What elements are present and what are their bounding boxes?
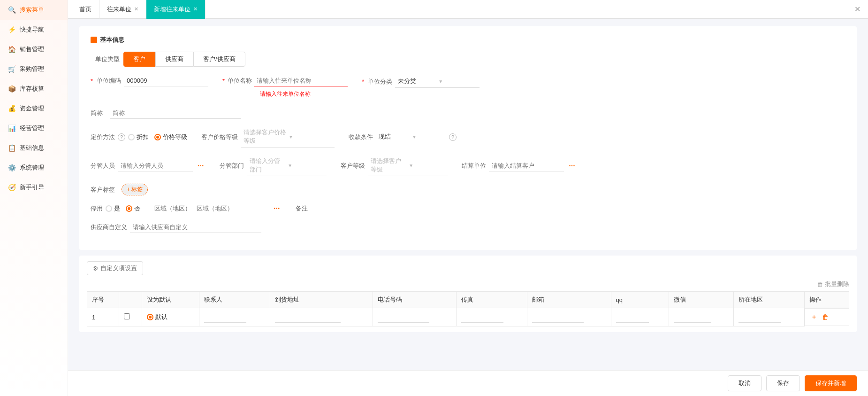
bottom-bar: 取消 保存 保存并新增	[68, 370, 868, 396]
qq-input[interactable]	[616, 311, 649, 323]
email-input[interactable]	[532, 311, 584, 323]
system-icon: ⚙️	[8, 163, 16, 172]
address-input[interactable]	[275, 311, 341, 323]
sidebar-item-basic[interactable]: 📋 基础信息	[0, 138, 68, 158]
col-fax: 传真	[457, 292, 527, 308]
tab-new-partner[interactable]: 新增往来单位 ✕	[146, 0, 206, 19]
cancel-button[interactable]: 取消	[728, 375, 761, 391]
unit-name-label: 单位名称	[228, 77, 252, 85]
sidebar-item-guide[interactable]: 🧭 新手引导	[0, 178, 68, 197]
pricing-group: 定价方法 ? 折扣 价格等级	[91, 133, 187, 141]
manager-row: 分管人员 ··· 分管部门 请输入分管部门 ▼ 客户等级 请选择客户等级 ▼	[91, 155, 845, 176]
sidebar-item-operation[interactable]: 📊 经营管理	[0, 118, 68, 138]
phone-input[interactable]	[378, 311, 429, 323]
region-input[interactable]	[194, 203, 269, 214]
contact-input[interactable]	[204, 311, 246, 323]
quick-nav-icon: ⚡	[8, 25, 16, 34]
sidebar-item-purchase[interactable]: 🛒 采购管理	[0, 59, 68, 79]
disabled-no-radio[interactable]: 否	[126, 204, 140, 213]
sidebar-item-system[interactable]: ⚙️ 系统管理	[0, 158, 68, 178]
sidebar-item-label: 系统管理	[20, 163, 44, 172]
pricing-discount-radio[interactable]: 折扣	[128, 133, 149, 141]
batch-delete-btn[interactable]: 🗑 批量删除	[817, 280, 849, 288]
col-checkbox	[119, 292, 142, 308]
disabled-region-row: 停用 是 否 区域（地区） ···	[91, 203, 845, 214]
tab-new-partner-close[interactable]: ✕	[193, 6, 198, 12]
discount-radio-circle	[128, 134, 135, 140]
cell-fax[interactable]	[457, 308, 527, 326]
cell-phone[interactable]	[373, 308, 457, 326]
sidebar-item-sales[interactable]: 🏠 销售管理	[0, 39, 68, 59]
supplier-custom-group: 供应商自定义	[91, 222, 261, 233]
cell-checkbox[interactable]	[119, 308, 142, 326]
unit-name-input[interactable]	[254, 75, 348, 86]
default-radio[interactable]: 默认	[147, 313, 194, 321]
add-tag-button[interactable]: + 标签	[122, 184, 148, 195]
sidebar-item-stock[interactable]: 📦 库存核算	[0, 79, 68, 99]
department-select[interactable]: 请输入分管部门 ▼	[247, 155, 327, 176]
disabled-yes-radio[interactable]: 是	[106, 204, 120, 213]
customer-price-level-select[interactable]: 请选择客户价格等级 ▼	[241, 126, 335, 148]
unit-category-label: 单位分类	[368, 78, 392, 86]
payment-condition-select[interactable]: 现结 ▼	[376, 131, 446, 143]
sidebar-item-label: 快捷导航	[20, 25, 44, 34]
supplier-custom-input[interactable]	[130, 222, 261, 233]
pricing-help-icon[interactable]: ?	[118, 133, 125, 141]
unit-type-both[interactable]: 客户/供应商	[193, 52, 245, 67]
save-button[interactable]: 保存	[766, 375, 800, 391]
pricing-price-level-radio[interactable]: 价格等级	[154, 133, 187, 141]
payment-help-icon[interactable]: ?	[449, 133, 457, 141]
region-more-btn[interactable]: ···	[272, 204, 282, 213]
col-qq: qq	[611, 292, 669, 308]
finance-icon: 💰	[8, 104, 16, 113]
cell-qq[interactable]	[611, 308, 669, 326]
tab-partner-close[interactable]: ✕	[134, 6, 138, 12]
settlement-more-btn[interactable]: ···	[567, 162, 577, 170]
tab-bar: 首页 往来单位 ✕ 新增往来单位 ✕ ✕	[68, 0, 868, 19]
manager-more-btn[interactable]: ···	[196, 162, 206, 170]
unit-type-customer[interactable]: 客户	[123, 52, 155, 67]
close-all-tabs[interactable]: ✕	[851, 5, 864, 14]
wechat-input[interactable]	[674, 311, 711, 323]
fax-input[interactable]	[461, 311, 503, 323]
remark-input[interactable]	[311, 203, 442, 214]
short-name-input[interactable]	[110, 108, 241, 119]
save-and-new-button[interactable]: 保存并新增	[805, 375, 857, 391]
sidebar-item-quick-nav[interactable]: ⚡ 快捷导航	[0, 20, 68, 39]
unit-code-input[interactable]	[124, 75, 208, 86]
cell-email[interactable]	[527, 308, 611, 326]
cell-address[interactable]	[270, 308, 373, 326]
unit-type-supplier[interactable]: 供应商	[155, 52, 193, 67]
guide-icon: 🧭	[8, 183, 16, 192]
manager-input[interactable]	[118, 160, 193, 171]
cell-action: ＋ 🗑	[805, 308, 849, 326]
sidebar: 🔍 搜索菜单 ⚡ 快捷导航 🏠 销售管理 🛒 采购管理 📦 库存核算 💰 资金管…	[0, 0, 68, 396]
col-phone: 电话号码	[373, 292, 457, 308]
sidebar-item-finance[interactable]: 💰 资金管理	[0, 99, 68, 118]
tab-home[interactable]: 首页	[72, 0, 99, 19]
delete-row-btn[interactable]: 🗑	[821, 312, 830, 322]
customer-level-select[interactable]: 请选择客户等级 ▼	[368, 155, 448, 176]
customize-settings-button[interactable]: ⚙ 自定义项设置	[87, 261, 143, 275]
detail-card: ⚙ 自定义项设置 🗑 批量删除 序号 设为默认 联系人 到货地址	[79, 256, 857, 332]
department-group: 分管部门 请输入分管部门 ▼	[220, 155, 327, 176]
page-content: 基本信息 单位类型 客户 供应商 客户/供应商 * 单位编码	[68, 19, 868, 370]
col-action: 操作	[804, 292, 849, 308]
tab-partner[interactable]: 往来单位 ✕	[99, 0, 146, 19]
region-group: 区域（地区） ···	[154, 203, 282, 214]
region-table-input[interactable]	[739, 311, 781, 323]
row-checkbox[interactable]	[124, 313, 130, 319]
cell-wechat[interactable]	[669, 308, 733, 326]
unit-code-group: * 单位编码	[91, 75, 208, 86]
disabled-group: 停用 是 否	[91, 204, 140, 213]
sidebar-item-label: 资金管理	[20, 104, 44, 113]
cell-contact[interactable]	[199, 308, 270, 326]
short-name-label: 简称	[91, 109, 107, 117]
add-row-btn[interactable]: ＋	[810, 312, 818, 322]
sidebar-item-label: 库存核算	[20, 85, 44, 93]
customer-tag-label: 客户标签	[91, 186, 119, 194]
settlement-unit-input[interactable]	[489, 160, 564, 171]
unit-category-select[interactable]: 未分类 ▼	[395, 75, 480, 88]
cell-region[interactable]	[733, 308, 804, 326]
sidebar-item-search[interactable]: 🔍 搜索菜单	[0, 0, 68, 20]
